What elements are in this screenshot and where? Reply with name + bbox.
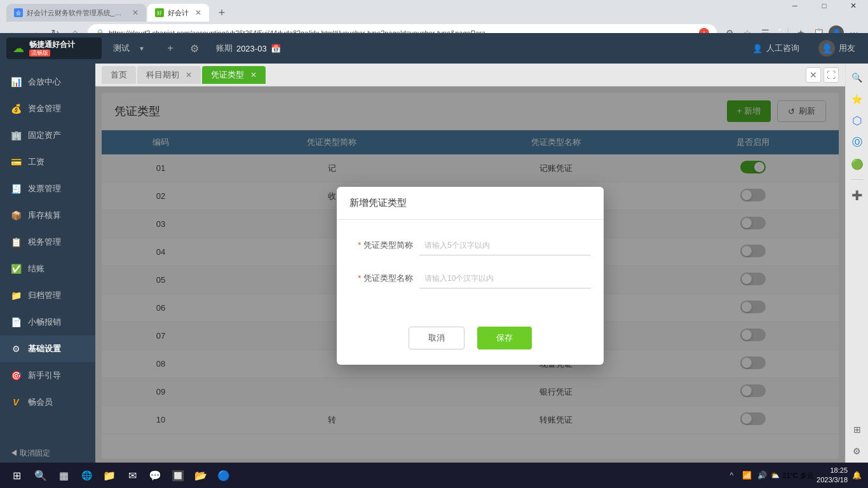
page-content: 凭证类型 + 新增 ↺ 刷新 xyxy=(95,86,845,465)
taskbar-volume[interactable]: 🔊 xyxy=(756,469,768,482)
sidebar-item-member-label: 畅会员 xyxy=(28,396,53,408)
taskbar-edge[interactable]: 🌐 xyxy=(76,465,97,485)
sidebar-item-assets[interactable]: 🏢 固定资产 xyxy=(0,122,95,149)
close-button[interactable]: ✕ xyxy=(839,0,868,11)
modal-overlay: 新增凭证类型 * 凭证类型简称 xyxy=(95,86,845,465)
sidebar-item-salary[interactable]: 💳 工资 xyxy=(0,149,95,175)
browser-tab-2[interactable]: 好 好会计 ✕ xyxy=(147,4,209,22)
modal-save-label: 保存 xyxy=(496,333,513,342)
sidebar-item-checkout-label: 结账 xyxy=(28,263,44,274)
support-label: 人工咨询 xyxy=(766,43,799,54)
right-tool-blue[interactable]: ⬡ xyxy=(848,112,866,130)
sidebar-item-dashboard[interactable]: 📊 会放中心 xyxy=(0,69,95,95)
right-tool-add[interactable]: ➕ xyxy=(848,186,866,204)
add-voucher-type-modal: 新增凭证类型 * 凭证类型简称 xyxy=(337,187,604,365)
report-icon: 📄 xyxy=(10,316,22,328)
tab1-favicon: 会 xyxy=(14,8,23,17)
right-tools-divider xyxy=(851,179,864,180)
tab-subjects[interactable]: 科目期初 ✕ xyxy=(137,66,201,84)
period-value: 2023-03 xyxy=(236,44,267,53)
app-header: ☁ 畅捷通好合计 流畅版 测试 ▼ + ⚙ 账期 2023-03 📅 👤 人工咨… xyxy=(0,33,868,64)
sidebar-item-capital[interactable]: 💰 资金管理 xyxy=(0,95,95,122)
taskbar-wifi[interactable]: 📶 xyxy=(740,469,753,482)
right-tools-panel: 🔍 ⭐ ⬡ Ⓞ 🟢 ➕ ⊞ ⚙ xyxy=(845,64,868,465)
taskbar-weather[interactable]: ⛅ 21°C 多云 xyxy=(771,471,814,480)
invoice-icon: 🧾 xyxy=(10,183,22,194)
maximize-button[interactable]: □ xyxy=(810,0,839,11)
sidebar-item-invoice[interactable]: 🧾 发票管理 xyxy=(0,175,95,202)
salary-icon: 💳 xyxy=(10,156,22,168)
period-calendar-icon[interactable]: 📅 xyxy=(271,44,281,53)
taskbar-edge2[interactable]: 🔵 xyxy=(214,465,234,485)
right-tool-settings[interactable]: ⚙ xyxy=(848,442,866,460)
tab-collapse-button[interactable]: ✕ xyxy=(806,67,821,83)
logo-icon: ☁ xyxy=(13,41,24,55)
taskbar-wechat[interactable]: 💬 xyxy=(145,465,165,485)
tab2-close[interactable]: ✕ xyxy=(195,8,201,17)
taskbar-task-view[interactable]: ▦ xyxy=(53,465,74,485)
sidebar: 📊 会放中心 💰 资金管理 🏢 固定资产 💳 工资 🧾 发票管理 📦 库 xyxy=(0,64,95,465)
time-value: 18:25 xyxy=(817,466,848,475)
right-tool-grid[interactable]: ⊞ xyxy=(848,421,866,438)
minimize-button[interactable]: ─ xyxy=(780,0,810,11)
taskbar-clock[interactable]: 18:25 2023/3/18 xyxy=(817,466,848,485)
modal-cancel-button[interactable]: 取消 xyxy=(409,327,465,349)
sidebar-item-inventory[interactable]: 📦 库存核算 xyxy=(0,202,95,229)
taskbar-app1[interactable]: 🔲 xyxy=(168,465,188,485)
main-layout: 📊 会放中心 💰 资金管理 🏢 固定资产 💳 工资 🧾 发票管理 📦 库 xyxy=(0,64,868,465)
tab-fullscreen-button[interactable]: ⛶ xyxy=(824,67,839,83)
modal-body: * 凭证类型简称 * 凭证类型名称 xyxy=(337,220,604,316)
user-menu[interactable]: 👤 用友 xyxy=(812,37,862,59)
tax-icon: 📋 xyxy=(10,236,22,248)
tab-voucher-type-close[interactable]: ✕ xyxy=(250,71,257,79)
tab-home[interactable]: 首页 xyxy=(102,66,136,84)
right-tool-green[interactable]: 🟢 xyxy=(848,155,866,173)
modal-footer: 取消 保存 xyxy=(337,316,604,365)
sidebar-item-checkout[interactable]: ✅ 结账 xyxy=(0,255,95,282)
user-name: 用友 xyxy=(839,43,855,54)
sidebar-item-report[interactable]: 📄 小畅报销 xyxy=(0,309,95,336)
company-dropdown-icon: ▼ xyxy=(133,43,150,55)
tab-subjects-close[interactable]: ✕ xyxy=(186,71,192,79)
sidebar-item-tax[interactable]: 📋 税务管理 xyxy=(0,229,95,255)
taskbar-mail[interactable]: ✉ xyxy=(122,465,142,485)
taskbar-explorer[interactable]: 📁 xyxy=(99,465,119,485)
sidebar-item-guide[interactable]: 🎯 新手引导 xyxy=(0,362,95,389)
right-tool-outlook[interactable]: Ⓞ xyxy=(848,133,866,151)
sidebar-item-dashboard-label: 会放中心 xyxy=(28,76,61,88)
dashboard-icon: 📊 xyxy=(10,76,22,88)
logo-area[interactable]: ☁ 畅捷通好合计 流畅版 xyxy=(6,37,102,58)
taskbar-notification[interactable]: 🔔 xyxy=(850,469,863,482)
tab-voucher-type[interactable]: 凭证类型 ✕ xyxy=(202,66,266,84)
settings-button[interactable]: ⚙ xyxy=(186,39,203,57)
sidebar-item-assets-label: 固定资产 xyxy=(28,130,61,141)
start-button[interactable]: ⊞ xyxy=(5,465,28,485)
checkout-icon: ✅ xyxy=(10,263,22,274)
tab-voucher-type-label: 凭证类型 xyxy=(211,69,244,81)
taskbar-search[interactable]: 🔍 xyxy=(31,465,51,485)
sidebar-item-capital-label: 资金管理 xyxy=(28,103,61,114)
cancel-fixed-button[interactable]: ◀ 取消固定 xyxy=(0,442,95,465)
new-tab-button[interactable]: + xyxy=(213,4,231,22)
support-button[interactable]: 👤 人工咨询 xyxy=(746,40,806,57)
add-company-button[interactable]: + xyxy=(161,39,179,57)
right-tool-search[interactable]: 🔍 xyxy=(848,69,866,86)
full-name-input[interactable] xyxy=(419,268,591,288)
sidebar-item-archive[interactable]: 📁 归档管理 xyxy=(0,282,95,309)
sidebar-item-settings[interactable]: ⚙ 基础设置 xyxy=(0,336,95,362)
right-tool-star[interactable]: ⭐ xyxy=(848,90,866,108)
browser-tab-1[interactable]: 会 好会计云财务软件管理系统_会计 ✕ xyxy=(6,4,146,22)
modal-title: 新增凭证类型 xyxy=(349,197,407,208)
short-name-input[interactable] xyxy=(419,235,591,255)
sidebar-item-tax-label: 税务管理 xyxy=(28,236,61,248)
taskbar-app2[interactable]: 📂 xyxy=(191,465,211,485)
tab1-close[interactable]: ✕ xyxy=(132,8,139,17)
taskbar-chevron[interactable]: ^ xyxy=(725,469,738,482)
sidebar-item-member[interactable]: V 畅会员 xyxy=(0,389,95,416)
browser-tab-bar: 会 好会计云财务软件管理系统_会计 ✕ 好 好会计 ✕ + ─ □ ✕ xyxy=(0,0,868,22)
company-selector[interactable]: 测试 ▼ xyxy=(108,40,155,57)
modal-save-button[interactable]: 保存 xyxy=(477,327,532,349)
taskbar: ⊞ 🔍 ▦ 🌐 📁 ✉ 💬 🔲 📂 🔵 ^ 📶 🔊 ⛅ 21°C 多云 18:2… xyxy=(0,463,868,488)
member-icon: V xyxy=(10,396,22,408)
tab-subjects-label: 科目期初 xyxy=(146,69,179,81)
